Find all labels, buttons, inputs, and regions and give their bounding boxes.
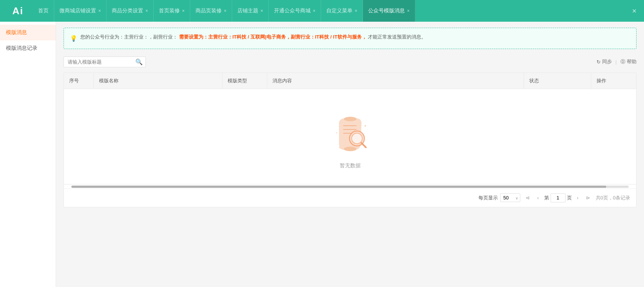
pagination: 每页显示 50 10 20 100 ⊲ ‹ 第 页 — [64, 189, 636, 207]
search-input[interactable] — [64, 57, 146, 67]
table-header: 序号 模版名称 模版类型 消息内容 状态 操作 — [64, 73, 636, 89]
help-icon: ⓪ — [620, 58, 625, 65]
tab-wshop-close[interactable]: × — [98, 9, 101, 13]
tab-home-decor[interactable]: 首页装修 × — [154, 0, 190, 22]
tab-template-msg-label: 公众号模版消息 — [368, 7, 405, 14]
sidebar: 模版消息 模版消息记录 — [0, 22, 56, 287]
toolbar-right: ↻ 同步 | ⓪ 帮助 — [597, 58, 637, 65]
sync-icon: ↻ — [597, 59, 601, 65]
th-status: 状态 — [524, 73, 591, 89]
sidebar-item-template-log[interactable]: 模版消息记录 — [0, 40, 56, 56]
scrollbar-area — [64, 184, 636, 189]
notice-suffix: 才能正常发送预置的消息。 — [368, 34, 426, 40]
main-layout: 模版消息 模版消息记录 💡 您的公众号行业为：主营行业：，副营行业： 需要设置为… — [0, 22, 644, 287]
notice-box: 💡 您的公众号行业为：主营行业：，副营行业： 需要设置为：主营行业：IT科技 /… — [64, 28, 637, 49]
th-action: 操作 — [591, 73, 636, 89]
tab-product-decor[interactable]: 商品页装修 × — [190, 0, 232, 22]
sidebar-item-template[interactable]: 模版消息 — [0, 25, 56, 40]
help-label: 帮助 — [627, 58, 637, 65]
page-prefix: 第 — [544, 195, 549, 201]
tab-home-decor-close[interactable]: × — [182, 9, 185, 13]
page-input[interactable] — [551, 193, 566, 202]
tab-theme-close[interactable]: × — [261, 9, 263, 13]
sidebar-item-template-label: 模版消息 — [6, 29, 27, 35]
tab-home[interactable]: 首页 — [33, 0, 54, 22]
th-name: 模版名称 — [94, 73, 222, 89]
sync-label: 同步 — [602, 58, 612, 65]
tab-category-label: 商品分类设置 — [112, 7, 143, 14]
notice-text: 您的公众号行业为：主营行业：，副营行业： 需要设置为：主营行业：IT科技 / 互… — [80, 33, 426, 41]
tab-list: 首页 微商城店铺设置 × 商品分类设置 × 首页装修 × 商品页装修 × 店铺主… — [33, 0, 628, 22]
tab-template-msg[interactable]: 公众号模版消息 × — [363, 0, 415, 22]
th-type: 模版类型 — [222, 73, 267, 89]
search-bar: 🔍 ↻ 同步 | ⓪ 帮助 — [64, 57, 637, 67]
tab-open-mall-label: 开通公众号商城 — [274, 7, 311, 14]
prev-page-button[interactable]: ‹ — [534, 193, 543, 202]
next-page-button[interactable]: › — [573, 193, 582, 202]
scrollbar-track[interactable] — [71, 186, 629, 188]
toolbar-divider: | — [616, 59, 617, 65]
tab-open-mall-close[interactable]: × — [313, 9, 315, 13]
app-logo: Ai — [3, 5, 33, 17]
tab-template-msg-close[interactable]: × — [407, 9, 410, 13]
empty-text: 暂无数据 — [340, 162, 361, 169]
tab-custom-menu-label: 自定义菜单 — [326, 7, 352, 14]
search-input-wrap: 🔍 — [64, 57, 146, 67]
empty-illustration: ✦ ✦ — [328, 112, 373, 156]
help-button[interactable]: ⓪ 帮助 — [620, 58, 637, 65]
close-all-button[interactable]: × — [628, 7, 641, 15]
topbar: Ai 首页 微商城店铺设置 × 商品分类设置 × 首页装修 × 商品页装修 × … — [0, 0, 644, 22]
last-page-button[interactable]: ⊳ — [584, 193, 593, 202]
notice-highlight: 需要设置为：主营行业：IT科技 / 互联网|电子商务，副营行业：IT科技 / I… — [179, 34, 367, 40]
tab-home-decor-label: 首页装修 — [159, 7, 180, 14]
svg-point-7 — [352, 133, 362, 144]
page-size-wrap: 每页显示 50 10 20 100 — [478, 193, 520, 202]
tab-custom-menu-close[interactable]: × — [355, 9, 357, 13]
svg-text:✦: ✦ — [335, 131, 338, 135]
svg-line-8 — [361, 143, 366, 147]
th-index: 序号 — [64, 73, 94, 89]
tab-wshop[interactable]: 微商城店铺设置 × — [54, 0, 107, 22]
tab-theme-label: 店铺主题 — [237, 7, 258, 14]
tab-custom-menu[interactable]: 自定义菜单 × — [321, 0, 363, 22]
tab-category[interactable]: 商品分类设置 × — [107, 0, 154, 22]
total-info: 共0页，0条记录 — [596, 195, 630, 201]
content-area: 💡 您的公众号行业为：主营行业：，副营行业： 需要设置为：主营行业：IT科技 /… — [56, 22, 644, 287]
sidebar-item-template-log-label: 模版消息记录 — [6, 45, 37, 51]
tab-theme[interactable]: 店铺主题 × — [232, 0, 269, 22]
empty-state: ✦ ✦ 暂无数据 — [64, 89, 636, 184]
search-icon[interactable]: 🔍 — [135, 58, 143, 65]
svg-point-2 — [344, 147, 357, 151]
svg-text:✦: ✦ — [364, 124, 367, 128]
sync-button[interactable]: ↻ 同步 — [597, 58, 612, 65]
page-size-select[interactable]: 50 10 20 100 — [500, 193, 520, 202]
tab-home-label: 首页 — [38, 7, 49, 14]
tab-category-close[interactable]: × — [145, 9, 148, 13]
tab-open-mall[interactable]: 开通公众号商城 × — [269, 0, 321, 22]
page-nav: ⊲ ‹ 第 页 › ⊳ — [523, 193, 593, 202]
scrollbar-thumb[interactable] — [71, 186, 606, 188]
notice-prefix: 您的公众号行业为：主营行业：，副营行业： — [80, 34, 178, 40]
page-suffix: 页 — [567, 195, 572, 201]
first-page-button[interactable]: ⊲ — [523, 193, 532, 202]
data-table: 序号 模版名称 模版类型 消息内容 状态 操作 — [64, 73, 637, 207]
tab-product-decor-label: 商品页装修 — [195, 7, 222, 14]
notice-icon: 💡 — [70, 34, 77, 43]
svg-point-1 — [344, 117, 357, 121]
th-content: 消息内容 — [267, 73, 524, 89]
tab-product-decor-close[interactable]: × — [224, 9, 227, 13]
tab-wshop-label: 微商城店铺设置 — [59, 7, 96, 14]
page-size-container: 50 10 20 100 — [500, 193, 520, 202]
per-page-label: 每页显示 — [478, 195, 498, 201]
